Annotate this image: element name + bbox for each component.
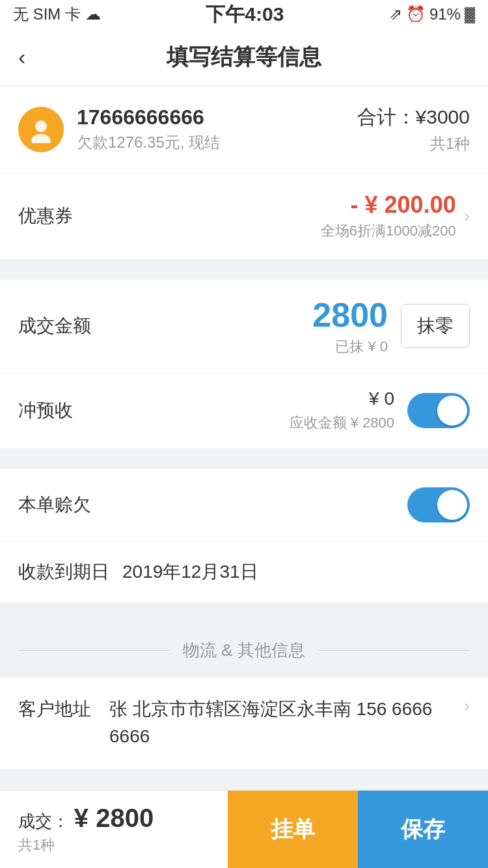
svg-point-0: [35, 120, 47, 132]
separator-line-left: [18, 650, 170, 651]
bottom-count: 共1种: [18, 835, 210, 855]
no-sim-label: 无 SIM 卡 ☁: [13, 4, 101, 25]
save-button[interactable]: 保存: [358, 791, 488, 868]
total-count: 共1种: [357, 133, 470, 154]
due-date-value: 2019年12月31日: [122, 560, 258, 584]
coupon-right: - ¥ 200.00 全场6折满1000减200: [96, 191, 456, 241]
content: 17666666666 欠款1276.35元, 现结 合计：¥3000 共1种 …: [0, 86, 488, 868]
prepay-right: ¥ 0 应收金额 ¥ 2800: [73, 388, 394, 433]
deal-section: 成交金额 2800 已抹 ¥ 0 抹零 冲预收 ¥ 0 应收金额 ¥ 2800: [0, 280, 488, 448]
coupon-chevron-icon: ›: [464, 206, 470, 226]
prepay-value: ¥ 0: [369, 388, 394, 409]
coupon-label: 优惠券: [18, 204, 96, 228]
customer-row: 17666666666 欠款1276.35元, 现结 合计：¥3000 共1种: [0, 86, 488, 172]
address-row[interactable]: 客户地址 张 北京市市辖区海淀区永丰南 156 6666 6666 ›: [0, 677, 488, 768]
back-button[interactable]: ‹: [18, 44, 25, 70]
deal-amount-row: 成交金额 2800 已抹 ¥ 0 抹零: [0, 280, 488, 372]
coupon-sub: 全场6折满1000减200: [321, 221, 456, 241]
address-value: 张 北京市市辖区海淀区永丰南 156 6666 6666: [109, 696, 456, 750]
total-amount: 合计：¥3000: [357, 104, 470, 131]
prepay-sub: 应收金额 ¥ 2800: [290, 413, 394, 433]
debt-toggle-knob: [437, 490, 467, 520]
status-right: ⇗ ⏰ 91% ▓: [389, 5, 475, 23]
separator-line-right: [318, 650, 470, 651]
location-icon: ⇗: [389, 5, 402, 23]
nav-bar: ‹ 填写结算等信息: [0, 29, 488, 86]
section-divider-1: [0, 269, 488, 280]
coupon-row[interactable]: 优惠券 - ¥ 200.00 全场6折满1000减200 ›: [0, 172, 488, 259]
address-chevron-icon: ›: [464, 696, 470, 716]
bottom-deal-label: 成交：: [18, 811, 69, 831]
svg-point-1: [31, 134, 51, 143]
status-time: 下午4:03: [206, 1, 284, 28]
bottom-buttons: 挂单 保存: [228, 791, 488, 868]
debt-row: 本单赊欠: [0, 469, 488, 541]
address-section: 客户地址 张 北京市市辖区海淀区永丰南 156 6666 6666 ›: [0, 677, 488, 768]
deal-amount-right: 2800 已抹 ¥ 0: [109, 295, 388, 357]
deal-amount-label: 成交金额: [18, 314, 109, 338]
due-date-row: 收款到期日 2019年12月31日: [0, 541, 488, 603]
address-label: 客户地址: [18, 696, 109, 722]
battery-label: 91%: [429, 5, 461, 23]
due-date-label: 收款到期日: [18, 560, 109, 584]
section-divider-2: [0, 459, 488, 469]
bottom-bar: 成交： ¥ 2800 共1种 挂单 保存: [0, 790, 488, 868]
section-divider-3: [0, 613, 488, 623]
pending-button[interactable]: 挂单: [228, 791, 358, 868]
alarm-icon: ⏰: [406, 5, 426, 23]
prepay-toggle-knob: [437, 396, 467, 426]
prepay-toggle-container: [407, 393, 470, 428]
deal-amount-sub: 已抹 ¥ 0: [335, 337, 388, 357]
customer-info: 17666666666 欠款1276.35元, 现结: [77, 105, 357, 153]
status-left: 无 SIM 卡 ☁: [13, 4, 101, 25]
avatar: [18, 107, 64, 152]
prepay-label: 冲预收: [18, 398, 73, 423]
deal-amount-value: 2800: [312, 295, 388, 334]
customer-debt: 欠款1276.35元, 现结: [77, 132, 357, 153]
debt-toggle[interactable]: [407, 487, 470, 522]
separator-text: 物流 & 其他信息: [170, 639, 318, 662]
logistics-separator: 物流 & 其他信息: [0, 623, 488, 677]
page-title: 填写结算等信息: [167, 42, 321, 72]
debt-label: 本单赊欠: [18, 493, 407, 517]
prepay-toggle[interactable]: [407, 393, 470, 428]
status-bar: 无 SIM 卡 ☁ 下午4:03 ⇗ ⏰ 91% ▓: [0, 0, 488, 29]
total-section: 合计：¥3000 共1种: [357, 104, 470, 154]
prepay-row: 冲预收 ¥ 0 应收金额 ¥ 2800: [0, 372, 488, 448]
customer-section: 17666666666 欠款1276.35元, 现结 合计：¥3000 共1种 …: [0, 86, 488, 259]
round-button[interactable]: 抹零: [401, 304, 470, 348]
bottom-deal-line: 成交： ¥ 2800: [18, 804, 210, 833]
bottom-info: 成交： ¥ 2800 共1种: [0, 804, 228, 855]
battery-icon: ▓: [465, 6, 475, 23]
bottom-amount: ¥ 2800: [74, 804, 154, 832]
debt-section: 本单赊欠 收款到期日 2019年12月31日: [0, 469, 488, 603]
coupon-value: - ¥ 200.00: [351, 191, 456, 219]
customer-phone: 17666666666: [77, 105, 357, 129]
